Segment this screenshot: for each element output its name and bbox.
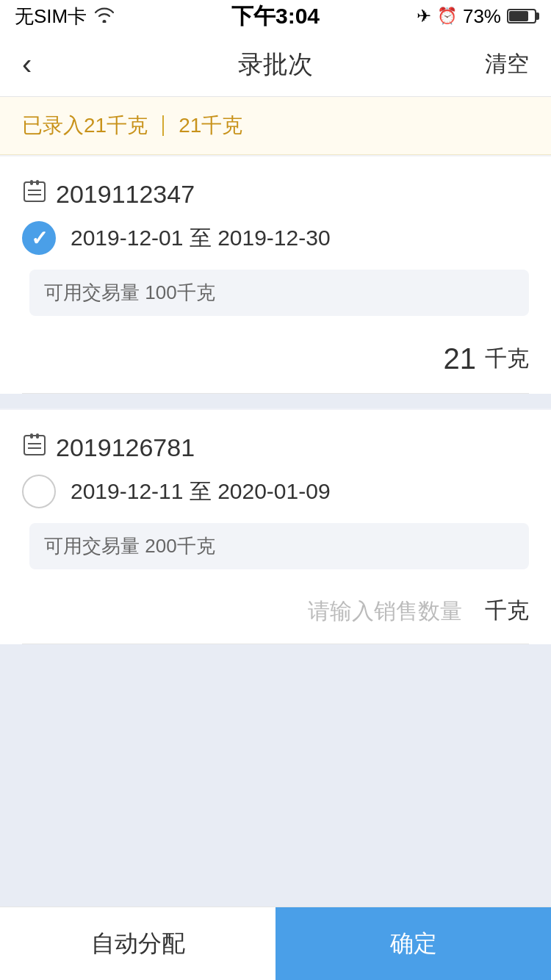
check-icon-1: ✓ [31,226,48,251]
battery-icon [507,9,536,24]
page-title: 录批次 [238,48,313,82]
wifi-icon [94,5,115,28]
item-header-2: 2019126781 [22,432,529,463]
item-row-2[interactable]: 2019-12-11 至 2020-01-09 [22,475,529,508]
item-avail-1: 可用交易量 100千克 [29,270,529,316]
battery-pct: 73% [463,5,501,28]
status-carrier: 无SIM卡 [15,4,115,29]
item-row-1[interactable]: ✓ 2019-12-01 至 2019-12-30 [22,221,529,255]
item-qty-value-1: 21 [444,342,477,375]
bottom-content [0,644,551,938]
svg-rect-0 [24,182,45,201]
carrier-text: 无SIM卡 [15,4,87,29]
summary-bar: 已录入21千克 21千克 [0,97,551,155]
item-date-2: 2019-12-11 至 2020-01-09 [71,477,331,507]
item-card-1: 2019112347 ✓ 2019-12-01 至 2019-12-30 可用交… [0,156,551,394]
qty-input-2[interactable] [22,599,473,624]
location-icon: ✈ [417,6,431,26]
item-id-1: 2019112347 [56,180,195,209]
summary-divider [162,115,164,136]
summary-label: 已录入21千克 [22,112,148,140]
item-avail-2: 可用交易量 200千克 [29,523,529,569]
alarm-icon: ⏰ [437,7,457,26]
batch-icon-1 [22,179,47,209]
svg-rect-6 [30,433,33,439]
item-qty-unit-1: 千克 [485,344,529,374]
bottom-bar: 自动分配 确定 [0,907,551,980]
item-unit-2: 千克 [485,596,529,626]
nav-bar: ‹ 录批次 清空 [0,32,551,97]
svg-rect-2 [36,180,39,185]
svg-rect-5 [24,436,45,455]
clear-button[interactable]: 清空 [485,49,529,79]
back-button[interactable]: ‹ [22,48,32,81]
radio-1[interactable]: ✓ [22,221,56,255]
item-qty-row-1: 21 千克 [22,331,529,394]
status-right: ✈ ⏰ 73% [417,5,536,28]
batch-icon-2 [22,432,47,463]
item-header-1: 2019112347 [22,179,529,209]
item-id-2: 2019126781 [56,433,195,462]
radio-2[interactable] [22,475,56,508]
svg-rect-7 [36,433,39,439]
item-date-1: 2019-12-01 至 2019-12-30 [71,223,331,253]
confirm-button[interactable]: 确定 [276,907,551,980]
svg-rect-1 [30,180,33,185]
status-bar: 无SIM卡 下午3:04 ✈ ⏰ 73% [0,0,551,32]
item-input-row-2: 千克 [22,584,529,644]
summary-value: 21千克 [179,112,242,140]
section-separator [0,394,551,408]
auto-distribute-button[interactable]: 自动分配 [0,907,276,980]
item-card-2: 2019126781 2019-12-11 至 2020-01-09 可用交易量… [0,410,551,644]
status-time: 下午3:04 [231,1,320,32]
